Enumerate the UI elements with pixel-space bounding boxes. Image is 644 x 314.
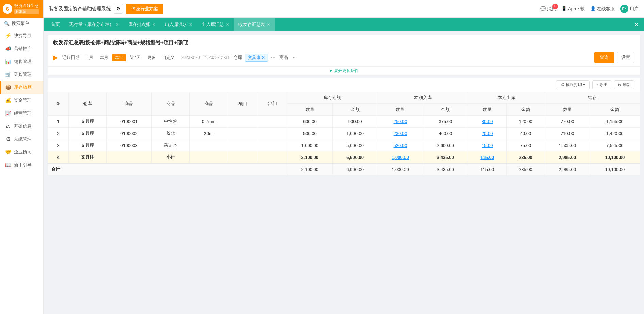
cell-out-qty[interactable]: 80.00 (468, 116, 507, 128)
export-button[interactable]: ↑ 导出 (592, 80, 611, 89)
sidebar-item-guide[interactable]: 📖 新手引导 (0, 159, 43, 171)
sidebar-item-enterprise[interactable]: 🤝 企业协同 (0, 146, 43, 159)
tab-home[interactable]: 首页 (46, 18, 65, 31)
inventory-icon: 📦 (5, 84, 11, 90)
cell-out-qty[interactable]: 15.00 (468, 139, 507, 151)
refresh-button[interactable]: ↻ 刷新 (614, 80, 634, 89)
cell-out-qty-link[interactable]: 80.00 (482, 119, 493, 124)
date-7days[interactable]: 近7天 (127, 54, 143, 61)
th-out-qty: 数量 (468, 104, 507, 116)
filter-collapse-btn[interactable]: ▶ (53, 54, 58, 61)
sidebar-item-label: 采购管理 (14, 71, 32, 78)
tab-batch-account-label: 库存批次账 (128, 21, 150, 28)
settings-icon[interactable]: ⚙ (56, 101, 60, 106)
cell-out-qty[interactable]: 20.00 (468, 128, 507, 139)
sidebar-item-label: 销售管理 (14, 59, 32, 65)
cell-in-qty[interactable]: 230.00 (378, 128, 423, 139)
sidebar-item-business[interactable]: 📈 经营管理 (0, 107, 43, 120)
date-range-text: 2023-01-01 至 2023-12-31 (181, 55, 229, 61)
tab-inout-summary[interactable]: 出入库汇总 ✕ (197, 18, 234, 31)
date-this-month[interactable]: 本月 (97, 54, 111, 61)
sidebar-search[interactable]: 🔍 搜索菜单 (0, 18, 43, 29)
tab-inventory-dist[interactable]: 现存量（库存分布表） ✕ (65, 18, 123, 31)
tab-receive-send[interactable]: 收发存汇总表 ✕ (234, 18, 275, 31)
cell-in-qty-link[interactable]: 250.00 (394, 119, 407, 124)
date-custom[interactable]: 自定义 (160, 54, 177, 61)
date-this-year[interactable]: 本年 (112, 54, 126, 61)
guide-icon: 📖 (5, 162, 11, 168)
th-opening-amt: 金额 (332, 104, 378, 116)
sidebar-item-marketing[interactable]: 📣 营销推广 (0, 42, 43, 55)
header-left: 装备及固定资产辅助管理系统 ⚙ 体验行业方案 (49, 4, 163, 14)
tab-batch-close[interactable]: ✕ (152, 23, 155, 27)
th-balance: 结存 (545, 92, 640, 104)
cell-in-qty[interactable]: 520.00 (378, 139, 423, 151)
message-action[interactable]: 💬 消息 6 (540, 6, 556, 12)
date-more[interactable]: 更多 (145, 54, 158, 61)
experience-button[interactable]: 体验行业方案 (126, 4, 163, 14)
cell-balance-qty: 710.00 (545, 128, 590, 139)
cell-balance-qty: 2,985.00 (545, 151, 590, 164)
tab-inventory-dist-close[interactable]: ✕ (116, 23, 119, 27)
cell-in-amt: 3,435.00 (423, 151, 468, 164)
content-area: 收发存汇总表(按仓库+商品编码+商品+规格型号+项目+部门) ▶ 记账日期 上月… (44, 31, 644, 314)
setting-button[interactable]: 设置 (617, 52, 634, 63)
warehouse-more-btn[interactable]: ··· (271, 54, 275, 61)
sidebar-item-purchase[interactable]: 🛒 采购管理 (0, 68, 43, 81)
user-action[interactable]: Ea 用户 (620, 5, 639, 13)
shortcut-icon: ⚡ (5, 33, 11, 39)
th-goods-spec: 商品 (189, 92, 228, 116)
online-service-action[interactable]: 👤 在线客服 (590, 6, 615, 12)
date-last-month[interactable]: 上月 (82, 54, 96, 61)
cell-in-qty-link[interactable]: 230.00 (394, 131, 407, 136)
th-out-amt: 金额 (507, 104, 545, 116)
footer-opening-amt: 6,900.00 (332, 163, 378, 176)
cell-out-qty-link[interactable]: 115.00 (480, 155, 494, 160)
expand-conditions-btn[interactable]: ▼ 展开更多条件 (329, 68, 359, 74)
sidebar-item-inventory[interactable]: 📦 库存核算 (0, 81, 43, 94)
app-download-action[interactable]: 📱 App下载 (561, 6, 585, 12)
warehouse-filter-group: 仓库 文具库 ✕ ··· (233, 54, 275, 62)
user-label: 用户 (630, 6, 639, 12)
cell-in-qty-link[interactable]: 1,000.00 (392, 155, 409, 160)
cell-in-qty[interactable]: 1,000.00 (378, 151, 423, 164)
th-out: 本期出库 (468, 92, 545, 104)
cell-in-qty[interactable]: 250.00 (378, 116, 423, 128)
cell-out-qty-link[interactable]: 15.00 (482, 143, 493, 148)
tab-batch-account[interactable]: 库存批次账 ✕ (123, 18, 160, 31)
table-footer-row: 合计 2,100.00 6,900.00 1,000.00 3,435.00 1… (48, 163, 640, 176)
finance-icon: 💰 (5, 97, 11, 103)
th-settings[interactable]: ⚙ (48, 92, 69, 116)
goods-more-btn[interactable]: ··· (291, 54, 295, 61)
cell-out-qty-link[interactable]: 20.00 (482, 131, 493, 136)
tab-receive-send-close[interactable]: ✕ (267, 23, 270, 27)
query-button[interactable]: 查询 (594, 52, 614, 63)
tab-inout-flow-close[interactable]: ✕ (189, 23, 192, 27)
sidebar-item-basic[interactable]: 🗂 基础信息 (0, 120, 43, 133)
tab-inout-flow[interactable]: 出入库流水 ✕ (160, 18, 197, 31)
th-in: 本期入库 (378, 92, 468, 104)
sidebar-item-sales[interactable]: 📊 销售管理 (0, 55, 43, 68)
cell-out-qty[interactable]: 115.00 (468, 151, 507, 164)
tab-receive-send-label: 收发存汇总表 (238, 21, 265, 28)
page-header: 收发存汇总表(按仓库+商品编码+商品+规格型号+项目+部门) (48, 35, 640, 49)
purchase-icon: 🛒 (5, 71, 11, 78)
warehouse-tag[interactable]: 文具库 ✕ (245, 54, 268, 62)
cell-project (228, 139, 258, 151)
cell-goods-code: 0100001 (106, 116, 152, 128)
sidebar-item-finance[interactable]: 💰 资金管理 (0, 94, 43, 107)
config-button[interactable]: ⚙ (114, 4, 123, 14)
tab-bar-close[interactable]: ✕ (631, 21, 641, 28)
tab-bar: 首页 现存量（库存分布表） ✕ 库存批次账 ✕ 出入库流水 ✕ 出入库汇总 ✕ … (44, 18, 644, 31)
sidebar-item-shortcut[interactable]: ⚡ 快捷导航 (0, 29, 43, 42)
sidebar-item-system[interactable]: ⚙ 系统管理 (0, 133, 43, 146)
cell-out-amt: 235.00 (507, 151, 545, 164)
filter-row-1: ▶ 记账日期 上月 本月 本年 近7天 更多 自定义 2023-01-01 至 … (48, 49, 640, 67)
cell-out-amt: 40.00 (507, 128, 545, 139)
cell-in-qty-link[interactable]: 520.00 (394, 143, 407, 148)
template-print-button[interactable]: 🖨 模板打印 ▾ (556, 80, 590, 89)
data-table: ⚙ 仓库 商品 商品 商品 项目 部门 库存期初 本期入库 本期出库 结存 (48, 92, 640, 176)
gear-icon: ⚙ (116, 6, 120, 11)
tab-inout-summary-close[interactable]: ✕ (226, 23, 229, 27)
warehouse-tag-remove[interactable]: ✕ (262, 55, 265, 60)
